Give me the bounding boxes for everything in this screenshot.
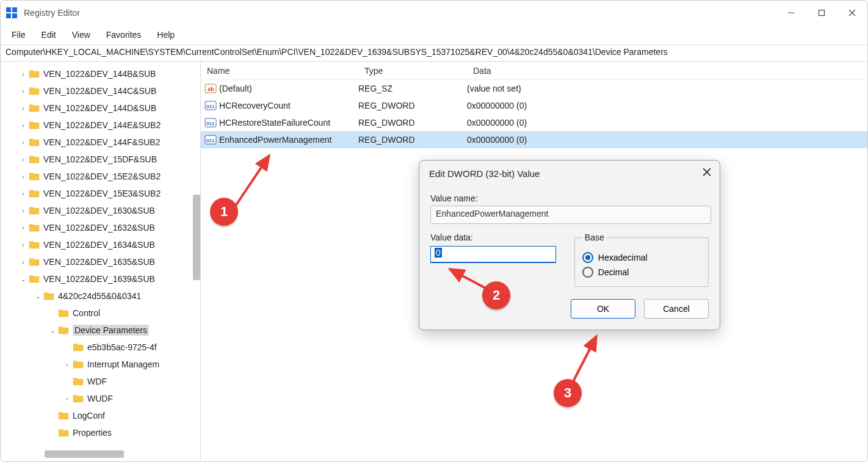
tree-hscroll-thumb[interactable]	[45, 450, 124, 458]
svg-text:011: 011	[206, 138, 215, 143]
chevron-icon[interactable]: ›	[19, 190, 27, 197]
chevron-icon[interactable]: ›	[19, 139, 27, 146]
tree-item[interactable]: ›WUDF	[1, 390, 200, 407]
chevron-icon[interactable]: ›	[19, 156, 27, 163]
cancel-button[interactable]: Cancel	[644, 299, 709, 319]
tree-item[interactable]: LogConf	[1, 407, 200, 424]
svg-text:011: 011	[206, 104, 215, 109]
tree-item[interactable]: ›Interrupt Managem	[1, 356, 200, 373]
dialog-close-icon[interactable]	[703, 168, 711, 179]
tree-item[interactable]: ›VEN_1022&DEV_15DF&SUB	[1, 151, 200, 168]
tree-item[interactable]: ›VEN_1022&DEV_144D&SUB	[1, 99, 200, 117]
chevron-icon[interactable]: ›	[19, 242, 27, 248]
tree-item-label: VEN_1022&DEV_144D&SUB	[43, 103, 156, 113]
chevron-icon[interactable]: ›	[19, 225, 27, 231]
chevron-icon[interactable]: ›	[19, 71, 27, 78]
tree-item[interactable]: Properties	[1, 424, 200, 441]
col-header-data[interactable]: Data	[467, 66, 867, 76]
tree-item-label: VEN_1022&DEV_144F&SUB2	[43, 137, 160, 147]
address-bar[interactable]: Computer\HKEY_LOCAL_MACHINE\SYSTEM\Curre…	[1, 45, 867, 62]
window-title: Registry Editor	[24, 8, 776, 18]
base-legend: Base	[582, 233, 607, 242]
regedit-icon	[5, 7, 18, 19]
tree-item[interactable]: ›VEN_1022&DEV_1634&SUB	[1, 236, 200, 253]
close-button[interactable]	[837, 1, 867, 25]
tree-item[interactable]: ›VEN_1022&DEV_1630&SUB	[1, 202, 200, 219]
value-type: REG_SZ	[358, 84, 467, 93]
dialog-title: Edit DWORD (32-bit) Value	[429, 168, 703, 179]
ok-button[interactable]: OK	[571, 299, 635, 319]
tree-item-label: VEN_1022&DEV_1630&SUB	[43, 206, 155, 215]
tree-item-label: 4&20c24d55&0&0341	[58, 291, 141, 301]
svg-rect-0	[6, 7, 11, 12]
value-name: HCRecoveryCount	[219, 101, 291, 110]
tree-item-label: VEN_1022&DEV_15E3&SUB2	[43, 189, 161, 198]
tree-item-label: VEN_1022&DEV_1639&SUB	[43, 274, 155, 284]
list-row[interactable]: 011EnhancedPowerManagementREG_DWORD0x000…	[201, 131, 867, 148]
tree-item-label: VEN_1022&DEV_1632&SUB	[43, 223, 155, 233]
tree-item[interactable]: ›VEN_1022&DEV_144E&SUB2	[1, 117, 200, 134]
value-data: 0x00000000 (0)	[467, 118, 867, 128]
chevron-icon[interactable]: ›	[63, 361, 71, 368]
annotation-marker-3: 3	[554, 379, 582, 407]
tree-item[interactable]: ⌄4&20c24d55&0&0341	[1, 287, 200, 305]
radio-decimal[interactable]: Decimal	[582, 267, 701, 278]
value-name: EnhancedPowerManagement	[219, 135, 331, 145]
tree-item[interactable]: e5b3b5ac-9725-4f	[1, 339, 200, 356]
value-name-field[interactable]: EnhancedPowerManagement	[430, 206, 711, 224]
radio-dec-label: Decimal	[598, 267, 629, 277]
chevron-icon[interactable]: ›	[19, 105, 27, 112]
chevron-icon[interactable]: ⌄	[48, 327, 57, 334]
radio-dec-dot-icon	[582, 267, 593, 278]
chevron-icon[interactable]: ⌄	[34, 293, 42, 300]
tree-item[interactable]: ›VEN_1022&DEV_144F&SUB2	[1, 134, 200, 151]
tree-item[interactable]: ›VEN_1022&DEV_1635&SUB	[1, 253, 200, 270]
chevron-icon[interactable]: ›	[19, 208, 27, 214]
chevron-icon[interactable]: ›	[19, 122, 27, 129]
base-fieldset: Base Hexadecimal Decimal	[574, 233, 709, 287]
tree-item-label: Properties	[73, 428, 112, 438]
minimize-button[interactable]	[776, 1, 806, 25]
list-row[interactable]: ab(Default)REG_SZ(value not set)	[201, 80, 867, 97]
tree-pane: ›VEN_1022&DEV_144B&SUB›VEN_1022&DEV_144C…	[1, 62, 201, 461]
value-data-label: Value data:	[430, 233, 562, 242]
tree-item-label: Device Parameters	[73, 325, 149, 336]
maximize-button[interactable]	[806, 1, 837, 25]
edit-dword-dialog: Edit DWORD (32-bit) Value Value name: En…	[419, 160, 720, 330]
svg-rect-2	[6, 13, 11, 18]
menu-favorites[interactable]: Favorites	[99, 27, 149, 42]
menu-view[interactable]: View	[65, 27, 98, 42]
svg-rect-1	[12, 7, 17, 12]
tree-item[interactable]: ›VEN_1022&DEV_1632&SUB	[1, 219, 200, 236]
col-header-name[interactable]: Name	[201, 66, 358, 76]
chevron-icon[interactable]: ›	[63, 395, 71, 402]
tree-item-label: VEN_1022&DEV_144C&SUB	[43, 86, 156, 96]
tree-item[interactable]: ›VEN_1022&DEV_15E3&SUB2	[1, 185, 200, 202]
radio-hexadecimal[interactable]: Hexadecimal	[582, 252, 701, 263]
value-name-label: Value name:	[430, 193, 709, 203]
tree-item[interactable]: ›VEN_1022&DEV_144B&SUB	[1, 65, 200, 82]
tree-item[interactable]: ⌄VEN_1022&DEV_1639&SUB	[1, 270, 200, 287]
annotation-arrow-1-icon	[231, 150, 280, 211]
tree-vscroll-thumb[interactable]	[193, 195, 200, 280]
tree-item[interactable]: ⌄Device Parameters	[1, 322, 200, 339]
value-data: 0x00000000 (0)	[467, 135, 867, 145]
chevron-icon[interactable]: ›	[19, 173, 27, 180]
chevron-icon[interactable]: ›	[19, 88, 27, 95]
chevron-icon[interactable]: ⌄	[19, 276, 27, 283]
value-data-field[interactable]: 0	[430, 246, 556, 263]
tree-item[interactable]: ›VEN_1022&DEV_144C&SUB	[1, 82, 200, 99]
value-type: REG_DWORD	[358, 118, 467, 128]
menu-edit[interactable]: Edit	[34, 27, 63, 42]
radio-hex-label: Hexadecimal	[598, 253, 648, 262]
tree-item[interactable]: Control	[1, 305, 200, 322]
annotation-marker-1: 1	[210, 198, 238, 226]
col-header-type[interactable]: Type	[358, 66, 467, 76]
chevron-icon[interactable]: ›	[19, 259, 27, 265]
tree-item[interactable]: ›VEN_1022&DEV_15E2&SUB2	[1, 168, 200, 185]
list-row[interactable]: 011HCRestoreStateFailureCountREG_DWORD0x…	[201, 114, 867, 131]
list-row[interactable]: 011HCRecoveryCountREG_DWORD0x00000000 (0…	[201, 97, 867, 114]
tree-item[interactable]: WDF	[1, 373, 200, 390]
menu-file[interactable]: File	[4, 27, 33, 42]
menu-help[interactable]: Help	[150, 27, 182, 42]
